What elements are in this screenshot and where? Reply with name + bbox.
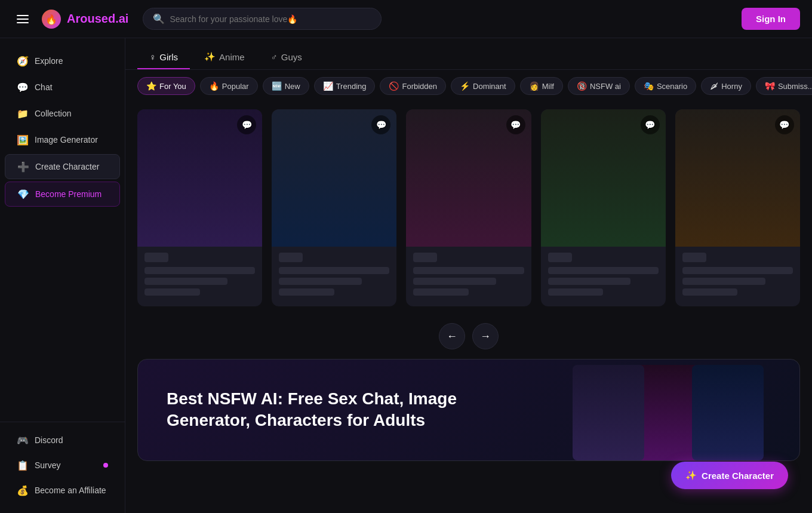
card-body-1 — [137, 247, 262, 306]
card-image-4: 💬 — [541, 109, 666, 247]
submissive-icon: 🎀 — [765, 81, 775, 91]
affiliate-icon: 💰 — [17, 484, 29, 496]
card-skeleton-desc-2 — [279, 278, 362, 285]
sidebar-bottom: 🎮 Discord 📋 Survey 💰 Become an Affiliate — [0, 422, 125, 503]
sidebar-item-explore[interactable]: 🧭 Explore — [5, 49, 120, 73]
banner-title: Best NSFW AI: Free Sex Chat, Image Gener… — [167, 388, 501, 432]
logo[interactable]: 🔥 Aroused.ai — [41, 8, 128, 30]
logo-icon: 🔥 — [41, 8, 62, 30]
banner-images — [561, 365, 776, 460]
filter-for-you[interactable]: ⭐ For You — [137, 77, 195, 95]
card-skeleton-desc-3 — [413, 278, 496, 285]
collection-icon: 📁 — [17, 107, 29, 119]
sidebar-item-create-character[interactable]: ➕ Create Character — [5, 154, 120, 179]
card-body-3 — [406, 247, 531, 306]
card-3[interactable]: 💬 — [406, 109, 531, 306]
card-skeleton-name-1 — [144, 267, 255, 274]
card-skeleton-meta-2 — [279, 288, 334, 296]
next-button[interactable]: → — [472, 323, 499, 349]
card-skeleton-name-4 — [548, 267, 659, 274]
card-chat-button-4[interactable]: 💬 — [641, 115, 660, 134]
card-image-3: 💬 — [406, 109, 531, 247]
card-body-4 — [541, 247, 666, 306]
search-bar[interactable]: 🔍 — [143, 8, 382, 30]
card-chat-button-1[interactable]: 💬 — [237, 115, 256, 134]
sidebar-label-create-character: Create Character — [35, 162, 99, 171]
card-chat-button-5[interactable]: 💬 — [775, 115, 794, 134]
new-icon: 🆕 — [272, 81, 282, 91]
card-chat-button-3[interactable]: 💬 — [506, 115, 525, 134]
chat-bubble-icon-5: 💬 — [779, 120, 789, 130]
nav-arrows: ← → — [125, 314, 812, 359]
card-skeleton-badge-4 — [548, 253, 572, 262]
sidebar: 🧭 Explore 💬 Chat 📁 Collection 🖼️ Image G… — [0, 38, 125, 513]
popular-icon: 🔥 — [209, 81, 219, 91]
anime-icon: ✨ — [204, 51, 216, 62]
discord-icon: 🎮 — [17, 434, 29, 446]
card-skeleton-badge-1 — [144, 253, 168, 262]
create-character-icon: ➕ — [17, 161, 29, 173]
search-input[interactable] — [170, 14, 371, 24]
sidebar-item-collection[interactable]: 📁 Collection — [5, 102, 120, 125]
survey-icon: 📋 — [17, 459, 29, 471]
sign-in-button[interactable]: Sign In — [742, 8, 800, 30]
image-generator-icon: 🖼️ — [17, 134, 29, 146]
card-image-5: 💬 — [675, 109, 800, 247]
bottom-banner: Best NSFW AI: Free Sex Chat, Image Gener… — [137, 359, 800, 461]
for-you-icon: ⭐ — [146, 81, 156, 91]
filter-trending[interactable]: 📈 Trending — [314, 77, 376, 95]
sidebar-label-discord: Discord — [35, 435, 63, 445]
prev-button[interactable]: ← — [439, 323, 465, 349]
card-skeleton-name-2 — [279, 267, 389, 274]
category-tabs: ♀ Girls ✨ Anime ♂ Guys — [125, 38, 812, 70]
sidebar-item-discord[interactable]: 🎮 Discord — [5, 428, 120, 452]
card-skeleton-name-5 — [682, 267, 793, 274]
filter-nsfw-ai[interactable]: 🔞 NSFW ai — [568, 77, 630, 95]
filter-scenario[interactable]: 🎭 Scenario — [635, 77, 696, 95]
sidebar-item-survey[interactable]: 📋 Survey — [5, 453, 120, 477]
card-skeleton-badge-5 — [682, 253, 706, 262]
chat-icon: 💬 — [17, 81, 29, 93]
card-2[interactable]: 💬 — [272, 109, 396, 306]
sidebar-item-become-premium[interactable]: 💎 Become Premium — [5, 182, 120, 207]
filter-dominant[interactable]: ⚡ Dominant — [451, 77, 515, 95]
card-image-1: 💬 — [137, 109, 262, 247]
chat-bubble-icon-2: 💬 — [376, 120, 386, 130]
app-layout: 🧭 Explore 💬 Chat 📁 Collection 🖼️ Image G… — [0, 38, 812, 513]
chat-bubble-icon-3: 💬 — [510, 120, 521, 130]
sidebar-item-chat[interactable]: 💬 Chat — [5, 75, 120, 99]
filter-popular[interactable]: 🔥 Popular — [200, 77, 258, 95]
filter-new[interactable]: 🆕 New — [263, 77, 309, 95]
cards-section: 💬 💬 — [125, 102, 812, 314]
cards-grid: 💬 💬 — [137, 109, 800, 306]
card-skeleton-meta-3 — [413, 288, 469, 296]
card-5[interactable]: 💬 — [675, 109, 800, 306]
guys-icon: ♂ — [271, 52, 278, 62]
sidebar-item-affiliate[interactable]: 💰 Become an Affiliate — [5, 478, 120, 502]
card-1[interactable]: 💬 — [137, 109, 262, 306]
sidebar-item-image-generator[interactable]: 🖼️ Image Generator — [5, 128, 120, 152]
dominant-icon: ⚡ — [460, 81, 470, 91]
tab-guys[interactable]: ♂ Guys — [259, 45, 314, 69]
chat-bubble-icon-1: 💬 — [242, 120, 252, 130]
card-chat-button-2[interactable]: 💬 — [371, 115, 390, 134]
filter-submissive[interactable]: 🎀 Submiss... — [756, 77, 812, 95]
filter-forbidden[interactable]: 🚫 Forbidden — [380, 77, 446, 95]
premium-icon: 💎 — [17, 188, 29, 200]
menu-button[interactable] — [12, 10, 33, 28]
explore-icon: 🧭 — [17, 55, 29, 67]
card-skeleton-desc-5 — [682, 278, 765, 285]
card-body-5 — [675, 247, 800, 306]
banner-char-1 — [573, 365, 644, 460]
survey-notification-dot — [103, 463, 108, 468]
tab-girls[interactable]: ♀ Girls — [137, 45, 190, 69]
card-4[interactable]: 💬 — [541, 109, 666, 306]
tab-anime[interactable]: ✨ Anime — [192, 45, 257, 69]
search-icon: 🔍 — [153, 13, 165, 24]
girls-icon: ♀ — [149, 52, 156, 62]
filter-milf[interactable]: 👩 Milf — [520, 77, 563, 95]
create-character-float-button[interactable]: ✨ Create Character — [671, 462, 788, 489]
filter-horny[interactable]: 🌶 Horny — [701, 77, 751, 95]
sidebar-label-premium: Become Premium — [35, 189, 102, 199]
card-skeleton-meta-5 — [682, 288, 738, 296]
